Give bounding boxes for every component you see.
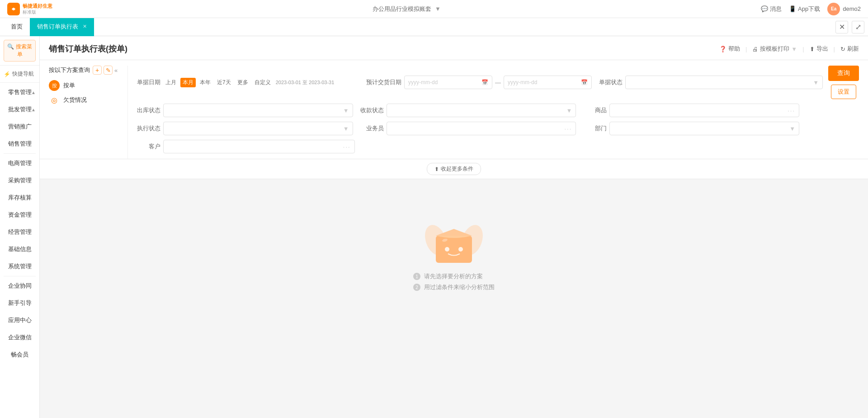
topbar-left: 畅捷通好生意 标准版 xyxy=(7,3,52,15)
empty-illustration-svg xyxy=(425,215,483,265)
expected-date-from-input[interactable]: yyyy-mm-dd 📅 xyxy=(404,76,492,89)
close-all-tabs-button[interactable]: ✕ xyxy=(835,21,848,33)
goods-input[interactable]: ··· xyxy=(609,104,799,117)
sidebar-item-apps[interactable]: 应用中心 xyxy=(0,312,39,329)
sidebar-item-purchase[interactable]: 采购管理 xyxy=(0,172,39,189)
scheme-title: 按以下方案查询 xyxy=(49,66,90,74)
exec-status-select[interactable]: ▼ xyxy=(163,122,353,135)
dept-field: 部门 ▼ xyxy=(581,122,799,135)
customer-field: 客户 ··· xyxy=(135,140,355,153)
sidebar-item-marketing[interactable]: 营销推广 xyxy=(0,118,39,135)
scheme-icon-欠货: ◎ xyxy=(49,95,60,105)
sidebar-item-ecommerce[interactable]: 电商管理 xyxy=(0,155,39,172)
date-tabs-group: 上月 本月 本年 近7天 更多 自定义 xyxy=(163,78,273,87)
collapse-icon: ⬆ xyxy=(434,166,439,172)
sidebar-item-sales[interactable]: 销售管理 xyxy=(0,135,39,152)
date-tab-more[interactable]: 更多 xyxy=(235,78,250,87)
breadcrumb-dropdown-icon[interactable]: ▼ xyxy=(435,5,441,12)
scheme-item-按单[interactable]: 按 按单 xyxy=(49,78,122,93)
payment-status-select[interactable]: ▼ xyxy=(387,104,576,117)
topbar: 畅捷通好生意 标准版 办公用品行业模拟账套 ▼ 💬 消息 📱 App下载 Ea … xyxy=(0,0,868,18)
sidebar-item-retail[interactable]: 零售管理 ▲ xyxy=(0,84,39,101)
help-button[interactable]: ❓ 帮助 xyxy=(719,45,740,53)
customer-input[interactable]: ··· xyxy=(163,140,355,153)
sidebar-item-inventory[interactable]: 库存核算 xyxy=(0,189,39,206)
page-header: 销售订单执行表(按单) ❓ 帮助 | 🖨 按模板打印 ▼ | ⬆ 导出 | xyxy=(40,36,868,60)
svg-point-6 xyxy=(458,247,463,252)
tab-sales-exec[interactable]: 销售订单执行表 ✕ xyxy=(30,18,94,36)
sidebar-item-wholesale[interactable]: 批发管理 ▲ xyxy=(0,101,39,118)
outbound-dropdown-icon: ▼ xyxy=(343,107,349,114)
date-tab-this-month[interactable]: 本月 xyxy=(180,78,196,87)
tab-close-icon[interactable]: ✕ xyxy=(83,24,87,29)
sidebar-item-member[interactable]: 畅会员 xyxy=(0,346,39,363)
expected-date-field: 预计交货日期 yyyy-mm-dd 📅 — yyyy-mm-dd 📅 xyxy=(366,76,592,89)
scheme-label-欠货: 欠货情况 xyxy=(63,96,87,104)
sidebar-item-finance[interactable]: 资金管理 xyxy=(0,206,39,223)
empty-hint-text-1: 请先选择要分析的方案 xyxy=(424,272,483,280)
user-name: demo2 xyxy=(843,5,861,12)
search-menu-button[interactable]: 🔍 搜索菜单 xyxy=(4,40,36,62)
user-area[interactable]: Ea demo2 xyxy=(827,3,861,15)
status-dropdown-icon: ▼ xyxy=(813,79,819,86)
print-button[interactable]: 🖨 按模板打印 ▼ xyxy=(752,45,797,53)
avatar: Ea xyxy=(827,3,840,15)
scheme-icon-按单: 按 xyxy=(49,80,60,91)
sidebar-item-operations[interactable]: 经营管理 xyxy=(0,223,39,241)
svg-point-1 xyxy=(12,8,14,10)
date-field: 单据日期 上月 本月 本年 近7天 更多 自定义 2023-03-01 至 20… xyxy=(135,78,361,87)
topbar-breadcrumb: 办公用品行业模拟账套 ▼ xyxy=(373,5,441,13)
date-tab-last-month[interactable]: 上月 xyxy=(163,78,179,87)
sidebar-item-wechat[interactable]: 企业微信 xyxy=(0,329,39,346)
expected-date-to-input[interactable]: yyyy-mm-dd 📅 xyxy=(504,76,592,89)
status-field: 单据状态 ▼ xyxy=(597,76,823,89)
message-icon: 💬 xyxy=(761,5,768,12)
empty-hints: 1 请先选择要分析的方案 2 用过滤条件来缩小分析范围 xyxy=(413,272,495,291)
filter-fields: 单据日期 上月 本月 本年 近7天 更多 自定义 2023-03-01 至 20… xyxy=(135,66,859,159)
query-button[interactable]: 查询 xyxy=(828,66,859,81)
scheme-item-欠货[interactable]: ◎ 欠货情况 xyxy=(49,93,122,107)
outbound-status-select[interactable]: ▼ xyxy=(163,104,353,117)
goods-more-icon: ··· xyxy=(788,107,795,114)
add-scheme-button[interactable]: + xyxy=(93,66,102,75)
logo-icon xyxy=(7,3,20,15)
empty-hint-text-2: 用过滤条件来缩小分析范围 xyxy=(424,283,495,291)
message-button[interactable]: 💬 消息 xyxy=(761,5,782,13)
salesperson-input[interactable]: ··· xyxy=(387,122,576,135)
sidebar: 🔍 搜索菜单 ⚡ 快捷导航 零售管理 ▲ 批发管理 ▲ 营销推广 销售管理 xyxy=(0,36,40,418)
empty-state: 1 请先选择要分析的方案 2 用过滤条件来缩小分析范围 xyxy=(40,179,868,328)
settings-button[interactable]: 设置 xyxy=(831,85,856,99)
status-select[interactable]: ▼ xyxy=(625,76,823,89)
outbound-status-label: 出库状态 xyxy=(135,106,160,114)
payment-status-label: 收款状态 xyxy=(359,106,384,114)
date-range-separator: — xyxy=(495,79,501,86)
salesperson-field: 业务员 ··· xyxy=(359,122,576,135)
wholesale-arrow-icon: ▲ xyxy=(31,107,36,112)
dept-label: 部门 xyxy=(581,124,607,133)
sidebar-item-system[interactable]: 系统管理 xyxy=(0,258,39,275)
sidebar-item-quicknav[interactable]: ⚡ 快捷导航 xyxy=(0,67,39,81)
sidebar-item-basic[interactable]: 基础信息 xyxy=(0,241,39,258)
tab-home[interactable]: 首页 xyxy=(4,18,30,36)
logo-area: 畅捷通好生意 标准版 xyxy=(7,3,52,15)
logo-text: 畅捷通好生意 标准版 xyxy=(23,3,52,15)
edit-scheme-button[interactable]: ✎ xyxy=(104,66,113,75)
empty-hint-1: 1 请先选择要分析的方案 xyxy=(413,272,495,280)
app-download-button[interactable]: 📱 App下载 xyxy=(789,5,820,13)
sidebar-menu-section: 零售管理 ▲ 批发管理 ▲ 营销推广 销售管理 电商管理 采购管理 库存核算 xyxy=(0,83,39,364)
collapse-button[interactable]: ⬆ 收起更多条件 xyxy=(427,163,481,175)
date-tab-this-year[interactable]: 本年 xyxy=(198,78,213,87)
divider: | xyxy=(745,46,747,52)
sidebar-search-section: 🔍 搜索菜单 xyxy=(0,36,39,66)
collapse-scheme-button[interactable]: « xyxy=(114,67,118,74)
divider2: | xyxy=(802,46,804,52)
date-tab-custom[interactable]: 自定义 xyxy=(252,78,273,87)
sidebar-item-newbie[interactable]: 新手引导 xyxy=(0,294,39,312)
tabbar-actions: ✕ ⤢ xyxy=(835,21,864,33)
sidebar-item-enterprise[interactable]: 企业协同 xyxy=(0,277,39,294)
export-button[interactable]: ⬆ 导出 xyxy=(810,45,828,53)
expand-button[interactable]: ⤢ xyxy=(852,21,864,33)
date-tab-last7[interactable]: 近7天 xyxy=(215,78,233,87)
refresh-button[interactable]: ↻ 刷新 xyxy=(840,45,859,53)
dept-select[interactable]: ▼ xyxy=(609,122,799,135)
